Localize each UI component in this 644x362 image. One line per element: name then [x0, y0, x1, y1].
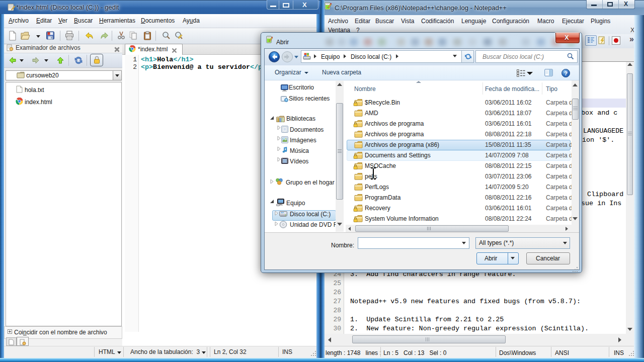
svg-text:?: ?: [564, 70, 568, 76]
